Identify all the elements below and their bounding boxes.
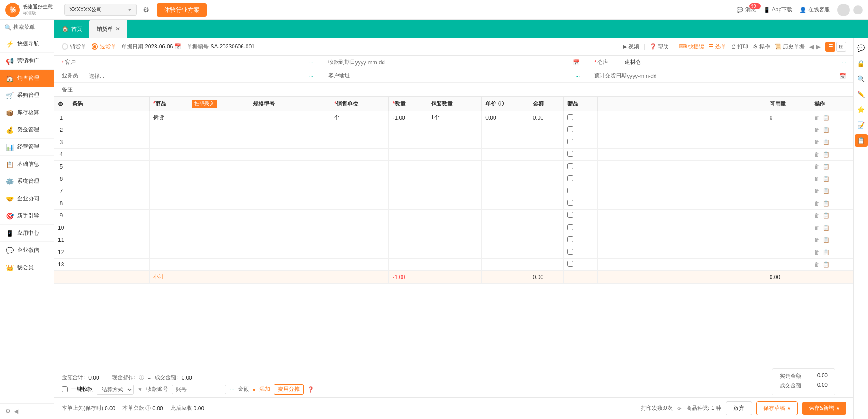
cell-unit-price[interactable] bbox=[482, 210, 529, 222]
cell-gift[interactable] bbox=[563, 173, 598, 185]
delete-icon[interactable]: 🗑 bbox=[814, 261, 820, 268]
cell-unit-price[interactable] bbox=[482, 149, 529, 161]
side-star-icon[interactable]: ⭐ bbox=[855, 103, 868, 116]
expense-split-button[interactable]: 费用分摊 bbox=[274, 384, 304, 395]
cell-spec[interactable] bbox=[249, 197, 330, 210]
delete-icon[interactable]: 🗑 bbox=[814, 127, 820, 133]
total-owe-help[interactable]: ⓘ bbox=[145, 405, 151, 412]
cell-unit-price[interactable] bbox=[482, 124, 529, 136]
cell-product[interactable] bbox=[150, 259, 188, 271]
dot-icon[interactable]: ··· bbox=[230, 386, 234, 393]
help-btn[interactable]: ❓ 帮助 bbox=[650, 43, 669, 51]
cell-spec[interactable] bbox=[249, 246, 330, 259]
cell-quantity[interactable]: -1.00 bbox=[389, 111, 427, 124]
sidebar-item-enterprise[interactable]: 🤝 企业协同 bbox=[0, 190, 54, 207]
copy-icon[interactable]: 📋 bbox=[823, 164, 829, 170]
cell-barcode[interactable] bbox=[68, 185, 150, 197]
sidebar-item-member[interactable]: 👑 畅会员 bbox=[0, 259, 54, 276]
delete-icon[interactable]: 🗑 bbox=[814, 249, 820, 255]
delete-icon[interactable]: 🗑 bbox=[814, 212, 820, 219]
cell-unit-price[interactable] bbox=[482, 259, 529, 271]
copy-icon[interactable]: 📋 bbox=[823, 200, 829, 207]
warehouse-more-icon[interactable]: ··· bbox=[842, 59, 846, 66]
cell-unit-price[interactable] bbox=[482, 173, 529, 185]
copy-icon[interactable]: 📋 bbox=[823, 249, 829, 255]
cell-barcode[interactable] bbox=[68, 222, 150, 234]
sidebar-item-quick-nav[interactable]: ⚡ 快捷导航 bbox=[0, 35, 54, 53]
message-button[interactable]: 💬 消息 99+ bbox=[737, 6, 756, 14]
cell-spec[interactable] bbox=[249, 111, 330, 124]
cell-quantity[interactable] bbox=[389, 161, 427, 173]
cell-product[interactable] bbox=[150, 222, 188, 234]
operate-btn[interactable]: ⚙ 操作 bbox=[753, 43, 770, 51]
cell-quantity[interactable] bbox=[389, 136, 427, 149]
app-download-button[interactable]: 📱 App下载 bbox=[763, 6, 792, 14]
delete-icon[interactable]: 🗑 bbox=[814, 164, 820, 170]
print-btn[interactable]: 🖨 打印 bbox=[731, 43, 748, 51]
th-settings[interactable]: ⚙ bbox=[54, 97, 68, 111]
sidebar-item-finance[interactable]: 💰 资金管理 bbox=[0, 121, 54, 139]
cell-unit-price[interactable] bbox=[482, 185, 529, 197]
shortcut-btn[interactable]: ⌨ 快捷键 bbox=[679, 43, 704, 51]
copy-icon[interactable]: 📋 bbox=[823, 225, 829, 231]
cell-product[interactable] bbox=[150, 149, 188, 161]
cell-unit-price[interactable] bbox=[482, 161, 529, 173]
select-btn[interactable]: ☰ 选单 bbox=[709, 43, 726, 51]
delete-icon[interactable]: 🗑 bbox=[814, 188, 820, 194]
customer-input[interactable] bbox=[92, 59, 307, 66]
cell-product[interactable] bbox=[150, 161, 188, 173]
side-message-icon[interactable]: 💬 bbox=[855, 42, 868, 54]
sidebar-item-marketing[interactable]: 📢 营销推广 bbox=[0, 53, 54, 70]
sidebar-item-system[interactable]: ⚙️ 系统管理 bbox=[0, 173, 54, 190]
side-pencil-icon[interactable]: 📝 bbox=[855, 119, 868, 131]
cell-quantity[interactable] bbox=[389, 234, 427, 246]
sidebar-item-sales[interactable]: 🏠 销售管理 bbox=[0, 70, 54, 87]
cell-gift[interactable] bbox=[563, 161, 598, 173]
cell-gift[interactable] bbox=[563, 210, 598, 222]
cell-barcode[interactable] bbox=[68, 136, 150, 149]
calc-method-select[interactable]: 结算方式 bbox=[97, 385, 134, 395]
delete-icon[interactable]: 🗑 bbox=[814, 139, 820, 145]
sidebar-item-inventory[interactable]: 📦 库存核算 bbox=[0, 104, 54, 121]
tab-close-icon[interactable]: ✕ bbox=[116, 26, 120, 32]
copy-icon[interactable]: 📋 bbox=[823, 139, 829, 145]
address-more-icon[interactable]: ··· bbox=[575, 73, 580, 79]
cell-barcode[interactable] bbox=[68, 124, 150, 136]
copy-icon[interactable]: 📋 bbox=[823, 237, 829, 243]
cell-quantity[interactable] bbox=[389, 173, 427, 185]
company-selector[interactable]: XXXXXX公司 ▼ bbox=[64, 4, 137, 16]
cell-unit-price[interactable] bbox=[482, 234, 529, 246]
cell-gift[interactable] bbox=[563, 246, 598, 259]
cell-barcode[interactable] bbox=[68, 234, 150, 246]
cell-product[interactable] bbox=[150, 185, 188, 197]
list-view-btn[interactable]: ☰ bbox=[825, 42, 835, 52]
refresh-icon[interactable]: ⟳ bbox=[677, 405, 682, 412]
cell-unit-price[interactable]: 0.00 bbox=[482, 111, 529, 124]
sidebar-collapse-icon[interactable]: ◀ bbox=[14, 408, 18, 414]
cell-spec[interactable] bbox=[249, 259, 330, 271]
sale-order-radio[interactable]: 销货单 bbox=[62, 43, 86, 51]
delete-icon[interactable]: 🗑 bbox=[814, 176, 820, 182]
cell-unit-price[interactable] bbox=[482, 246, 529, 259]
customer-more-icon[interactable]: ··· bbox=[309, 59, 314, 66]
sidebar-item-purchase[interactable]: 🛒 采购管理 bbox=[0, 87, 54, 104]
cell-product[interactable] bbox=[150, 234, 188, 246]
save-draft-button[interactable]: 保存草稿 ∧ bbox=[756, 401, 798, 415]
one-click-pay-checkbox[interactable] bbox=[62, 386, 68, 392]
cell-quantity[interactable] bbox=[389, 210, 427, 222]
add-label[interactable]: 添加 bbox=[259, 385, 270, 393]
cell-barcode[interactable] bbox=[68, 210, 150, 222]
prev-arrow[interactable]: ◀ bbox=[809, 43, 814, 50]
copy-icon[interactable]: 📋 bbox=[823, 151, 829, 158]
avatar2[interactable] bbox=[853, 5, 863, 14]
remark-input[interactable] bbox=[89, 87, 846, 93]
side-lock-icon[interactable]: 🔒 bbox=[855, 57, 868, 70]
copy-icon[interactable]: 📋 bbox=[823, 176, 829, 182]
cell-quantity[interactable] bbox=[389, 185, 427, 197]
history-btn[interactable]: 📜 历史单据 bbox=[775, 43, 805, 51]
tab-home[interactable]: 🏠 首页 bbox=[54, 20, 89, 38]
sidebar-item-basic[interactable]: 📋 基础信息 bbox=[0, 156, 54, 173]
cell-unit-price[interactable] bbox=[482, 136, 529, 149]
sidebar-gear-icon[interactable]: ⚙ bbox=[5, 408, 10, 414]
video-btn[interactable]: ▶ 视频 bbox=[623, 43, 639, 51]
